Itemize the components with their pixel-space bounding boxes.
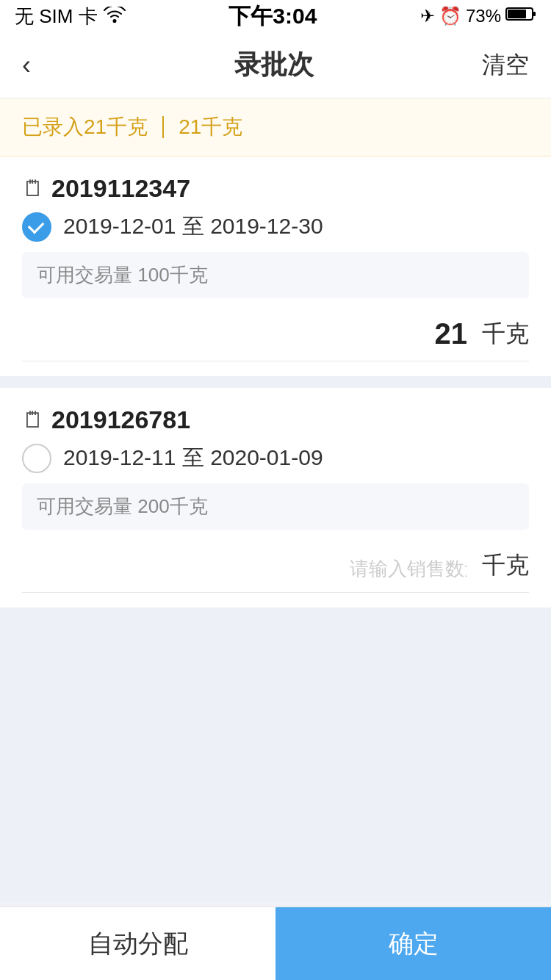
info-banner: 已录入21千克 21千克 (0, 98, 551, 156)
quantity-row-2: 千克 (22, 541, 529, 593)
battery-icon (505, 6, 536, 26)
available-label-1: 可用交易量 100千克 (37, 264, 208, 286)
batch-item-2: 🗒 2019126781 2019-12-11 至 2020-01-09 可用交… (0, 388, 551, 608)
batch-doc-icon-2: 🗒 (22, 408, 44, 433)
quantity-unit-1: 千克 (482, 318, 529, 350)
confirm-button[interactable]: 确定 (276, 907, 551, 980)
amount-value: 21千克 (179, 113, 242, 141)
page-title: 录批次 (234, 47, 314, 83)
batch-id-2: 2019126781 (51, 406, 190, 434)
bottom-spacer (0, 608, 551, 901)
status-time: 下午3:04 (228, 1, 317, 32)
svg-rect-3 (533, 12, 536, 16)
quantity-row-1: 千克 (22, 310, 529, 361)
sim-label: 无 SIM 卡 (15, 4, 98, 29)
available-label-2: 可用交易量 200千克 (37, 495, 208, 517)
batch-doc-icon-1: 🗒 (22, 176, 44, 201)
batch-date-1: 2019-12-01 至 2019-12-30 (63, 212, 323, 242)
batch-date-row-2: 2019-12-11 至 2020-01-09 (22, 443, 529, 473)
radio-select-2[interactable] (22, 444, 51, 473)
clear-button[interactable]: 清空 (482, 49, 529, 82)
svg-point-0 (113, 20, 116, 23)
available-box-2: 可用交易量 200千克 (22, 483, 529, 530)
location-icon: ✈ (420, 6, 435, 26)
status-left: 无 SIM 卡 (15, 4, 126, 29)
radio-select-1[interactable] (22, 212, 51, 242)
batch-header-1: 🗒 2019112347 (22, 174, 529, 203)
quantity-input-2[interactable] (350, 549, 467, 582)
wifi-icon (104, 5, 126, 28)
batch-date-row-1: 2019-12-01 至 2019-12-30 (22, 212, 529, 242)
status-right: ✈ ⏰ 73% (420, 6, 536, 26)
quantity-unit-2: 千克 (482, 550, 529, 582)
recorded-amount: 已录入21千克 (22, 113, 148, 141)
quantity-input-1[interactable] (350, 317, 467, 350)
main-content: 🗒 2019112347 2019-12-01 至 2019-12-30 可用交… (0, 156, 551, 975)
nav-bar: ‹ 录批次 清空 (0, 32, 551, 98)
batch-item-1: 🗒 2019112347 2019-12-01 至 2019-12-30 可用交… (0, 156, 551, 376)
item-divider (0, 376, 551, 388)
alarm-icon: ⏰ (439, 6, 461, 26)
back-button[interactable]: ‹ (22, 50, 66, 81)
footer: 自动分配 确定 (0, 907, 551, 980)
battery-percent: 73% (466, 6, 501, 26)
svg-rect-2 (508, 10, 526, 18)
batch-date-2: 2019-12-11 至 2020-01-09 (63, 443, 323, 473)
auto-distribute-button[interactable]: 自动分配 (0, 907, 276, 980)
available-box-1: 可用交易量 100千克 (22, 252, 529, 298)
status-bar: 无 SIM 卡 下午3:04 ✈ ⏰ 73% (0, 0, 551, 32)
batch-id-1: 2019112347 (51, 174, 190, 203)
batch-header-2: 🗒 2019126781 (22, 406, 529, 434)
info-divider (162, 116, 164, 138)
